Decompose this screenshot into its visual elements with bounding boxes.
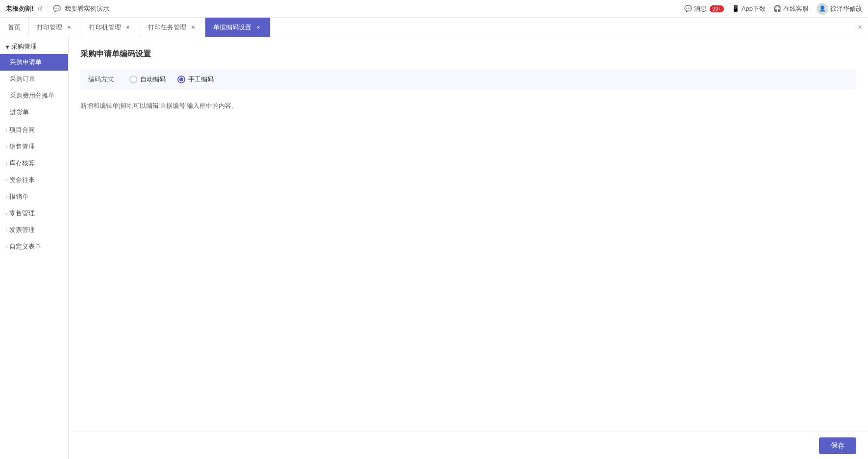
sidebar-item-purchase-request[interactable]: 采购申请单 (0, 54, 68, 71)
demo-divider: | (47, 5, 49, 12)
auto-encode-option[interactable]: 自动编码 (129, 75, 166, 84)
sidebar-group-fund[interactable]: › 资金往来 (0, 171, 68, 187)
sidebar-group-custom[interactable]: › 自定义表单 (0, 237, 68, 254)
demo-icon: 💬 (53, 5, 61, 12)
tab-doc-code-settings-close[interactable]: × (254, 24, 262, 31)
sidebar-group-purchase: ▾ 采购管理 采购申请单 采购订单 采购费用分摊单 进货单 (0, 37, 68, 121)
sidebar-group-reimbursement[interactable]: › 报销单 (0, 187, 68, 204)
manual-encode-radio[interactable] (177, 76, 185, 83)
message-btn[interactable]: 💬 消息 99+ (684, 4, 724, 13)
manual-encode-label: 手工编码 (188, 75, 214, 84)
arrow-reimbursement: › (6, 194, 7, 200)
message-icon: 💬 (684, 5, 692, 12)
message-badge: 99+ (710, 5, 724, 12)
tab-printer-management-close[interactable]: × (124, 24, 132, 31)
page-title: 采购申请单编码设置 (80, 49, 856, 59)
tab-print-task-label: 打印任务管理 (148, 23, 186, 32)
top-bar-left: 老板勿割! ⚙ | 💬 我要看实例演示 (6, 4, 109, 13)
online-service-label: 在线客服 (783, 4, 809, 13)
sidebar-group-retail-label: 零售管理 (9, 209, 35, 218)
sidebar-group-retail[interactable]: › 零售管理 (0, 204, 68, 221)
online-service-btn[interactable]: 🎧 在线客服 (773, 4, 809, 13)
tab-printer-management-label: 打印机管理 (89, 23, 121, 32)
arrow-sales: › (6, 144, 7, 150)
tab-doc-code-settings-label: 单据编码设置 (213, 23, 251, 32)
auto-encode-radio[interactable] (129, 76, 137, 83)
encoding-label: 编码方式 (88, 75, 118, 84)
user-name: 徐泽华修改 (830, 4, 862, 13)
sidebar-group-purchase-header[interactable]: ▾ 采购管理 (0, 37, 68, 54)
content: 采购申请单编码设置 编码方式 自动编码 手工编码 新增和编辑单据时,可以编辑'单… (69, 37, 868, 459)
sidebar-group-sales[interactable]: › 销售管理 (0, 137, 68, 154)
arrow-custom: › (6, 244, 7, 250)
app-download-btn[interactable]: 📱 App下数 (732, 4, 766, 13)
sidebar-group-project[interactable]: › 项目合同 (0, 121, 68, 137)
sidebar-group-fund-label: 资金往来 (9, 176, 35, 184)
sidebar: ▾ 采购管理 采购申请单 采购订单 采购费用分摊单 进货单 › 项目合同 › 销… (0, 37, 69, 459)
logo-text: 老板勿割! (6, 4, 33, 13)
tab-print-task-close[interactable]: × (189, 24, 197, 31)
sidebar-group-inventory[interactable]: › 库存核算 (0, 154, 68, 171)
arrow-inventory: › (6, 161, 7, 166)
arrow-fund: › (6, 178, 7, 183)
arrow-invoice: › (6, 228, 7, 233)
tab-doc-code-settings[interactable]: 单据编码设置 × (205, 18, 271, 37)
page-close-btn[interactable]: × (852, 23, 868, 32)
tab-print-management-label: 打印管理 (37, 23, 62, 32)
sidebar-group-purchase-label: 采购管理 (11, 42, 37, 51)
sidebar-item-purchase-inbound-label: 进货单 (10, 108, 29, 116)
hint-text: 新增和编辑单据时,可以编辑'单据编号'输入框中的内容。 (80, 98, 856, 114)
sidebar-item-purchase-expense-label: 采购费用分摊单 (10, 92, 54, 99)
tab-print-management-close[interactable]: × (65, 24, 73, 31)
app-icon: 📱 (732, 5, 740, 12)
tab-bar: 首页 打印管理 × 打印机管理 × 打印任务管理 × 单据编码设置 × × (0, 18, 868, 37)
manual-encode-option[interactable]: 手工编码 (177, 75, 214, 84)
collapse-arrow-purchase: ▾ (6, 43, 9, 51)
settings-icon[interactable]: ⚙ (37, 5, 43, 12)
encoding-row: 编码方式 自动编码 手工编码 (80, 69, 856, 90)
tab-home-label: 首页 (8, 23, 21, 32)
top-bar-right: 💬 消息 99+ 📱 App下数 🎧 在线客服 👤 徐泽华修改 (684, 3, 862, 15)
service-icon: 🎧 (773, 5, 781, 12)
tab-printer-management[interactable]: 打印机管理 × (81, 18, 140, 37)
message-label: 消息 (694, 4, 707, 13)
avatar: 👤 (817, 3, 828, 15)
sidebar-group-invoice[interactable]: › 发票管理 (0, 221, 68, 237)
sidebar-group-inventory-label: 库存核算 (9, 159, 35, 168)
sidebar-item-purchase-order-label: 采购订单 (10, 75, 35, 82)
auto-encode-label: 自动编码 (140, 75, 166, 84)
sidebar-item-purchase-inbound[interactable]: 进货单 (0, 104, 68, 121)
sidebar-group-reimbursement-label: 报销单 (9, 192, 28, 201)
arrow-retail: › (6, 211, 7, 216)
bottom-bar: 保存 (69, 432, 868, 459)
sidebar-group-project-label: 项目合同 (9, 126, 35, 134)
tab-home[interactable]: 首页 (0, 18, 29, 37)
sidebar-item-purchase-order[interactable]: 采购订单 (0, 71, 68, 87)
sidebar-group-sales-label: 销售管理 (9, 142, 35, 151)
content-inner: 采购申请单编码设置 编码方式 自动编码 手工编码 新增和编辑单据时,可以编辑'单… (69, 37, 868, 432)
top-bar: 老板勿割! ⚙ | 💬 我要看实例演示 💬 消息 99+ 📱 App下数 🎧 在… (0, 0, 868, 18)
demo-text[interactable]: 我要看实例演示 (65, 4, 109, 13)
tab-print-management[interactable]: 打印管理 × (29, 18, 81, 37)
sidebar-item-purchase-expense[interactable]: 采购费用分摊单 (0, 87, 68, 104)
main-layout: ▾ 采购管理 采购申请单 采购订单 采购费用分摊单 进货单 › 项目合同 › 销… (0, 37, 868, 459)
user-profile-btn[interactable]: 👤 徐泽华修改 (817, 3, 862, 15)
sidebar-group-custom-label: 自定义表单 (9, 242, 41, 251)
tab-print-task[interactable]: 打印任务管理 × (140, 18, 205, 37)
arrow-project: › (6, 128, 7, 133)
app-download-label: App下数 (742, 4, 766, 13)
sidebar-item-purchase-request-label: 采购申请单 (10, 58, 42, 66)
sidebar-group-invoice-label: 发票管理 (9, 226, 35, 234)
save-button[interactable]: 保存 (819, 437, 856, 454)
